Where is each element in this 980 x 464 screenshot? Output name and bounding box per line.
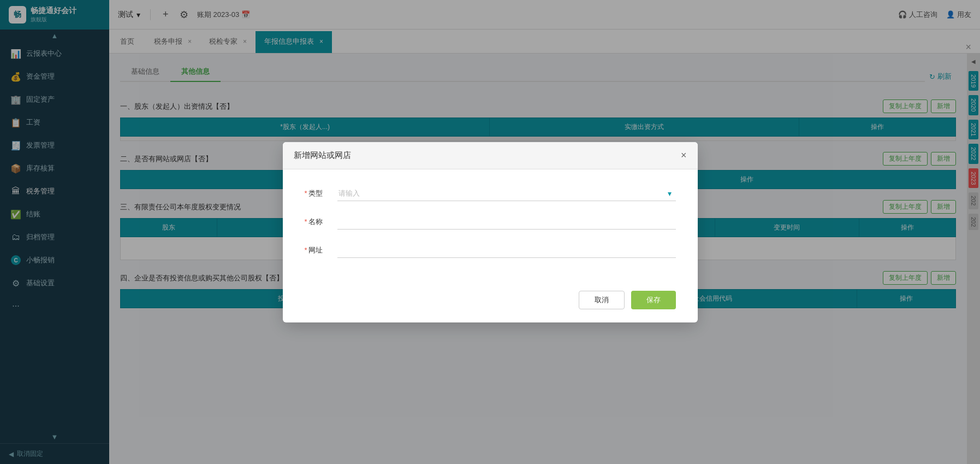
form-label-type: *类型 (305, 189, 337, 198)
modal-header: 新增网站或网店 × (283, 142, 698, 169)
form-input-name-wrap (337, 214, 676, 230)
save-button[interactable]: 保存 (631, 291, 676, 309)
modal-title: 新增网站或网店 (294, 150, 351, 161)
url-input[interactable] (337, 243, 676, 258)
name-input[interactable] (337, 214, 676, 230)
modal-close-button[interactable]: × (681, 150, 687, 161)
type-input[interactable] (337, 186, 676, 201)
form-input-url-wrap (337, 243, 676, 258)
form-label-name: *名称 (305, 217, 337, 227)
form-label-url: *网址 (305, 245, 337, 255)
modal-overlay: 新增网站或网店 × *类型 ▾ *名称 (0, 0, 980, 464)
modal-body: *类型 ▾ *名称 *网址 (283, 169, 698, 282)
form-group-name: *名称 (305, 214, 676, 230)
form-group-url: *网址 (305, 243, 676, 258)
modal-footer: 取消 保存 (283, 282, 698, 322)
cancel-button[interactable]: 取消 (579, 291, 625, 309)
modal-add-website: 新增网站或网店 × *类型 ▾ *名称 (283, 142, 698, 322)
form-input-type-wrap: ▾ (337, 186, 676, 201)
form-group-type: *类型 ▾ (305, 186, 676, 201)
